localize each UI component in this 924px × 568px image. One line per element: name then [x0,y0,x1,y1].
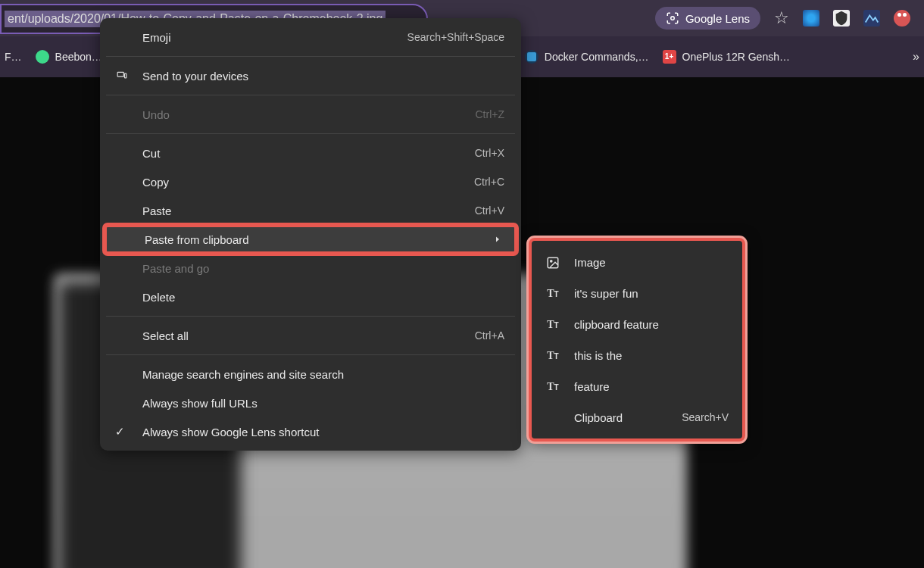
check-icon: ✓ [115,425,125,438]
menu-divider [106,95,515,95]
google-lens-button[interactable]: Google Lens [655,7,760,30]
bookmark-item[interactable]: 1+ OnePlus 12R Gensh… [663,50,790,64]
menu-undo: Undo Ctrl+Z [100,100,521,129]
menu-divider [106,56,515,57]
text-icon: TT [545,348,560,364]
menu-copy[interactable]: Copy Ctrl+C [100,167,521,196]
bookmark-item[interactable]: Docker Commands,… [525,50,649,64]
menu-divider [106,316,515,317]
bookmark-favicon: 1+ [663,50,676,64]
svg-point-4 [551,260,552,261]
image-icon [545,255,560,270]
menu-cut[interactable]: Cut Ctrl+X [100,139,521,167]
svg-point-0 [671,17,675,20]
clipboard-submenu: Image TT it's super fun TT clipboard fea… [529,238,745,442]
bookmarks-overflow-icon[interactable]: » [913,50,919,64]
extension-icon-2[interactable] [833,10,850,27]
extension-icon-4[interactable] [894,10,910,27]
menu-paste-from-clipboard[interactable]: Paste from clipboard [105,225,517,254]
extension-icon-3[interactable] [863,10,880,27]
clipboard-item-text[interactable]: TT it's super fun [532,278,742,309]
clipboard-item-text[interactable]: TT feature [532,371,742,402]
menu-divider [106,354,515,355]
text-icon: TT [545,379,560,395]
extension-icon-1[interactable] [803,10,819,27]
clipboard-footer[interactable]: Clipboard Search+V [532,402,742,432]
toolbar-right: Google Lens ☆ [655,7,924,30]
menu-show-full-urls[interactable]: Always show full URLs [100,389,521,417]
chevron-right-icon [493,233,502,246]
clipboard-item-text[interactable]: TT clipboard feature [532,309,742,340]
menu-show-lens-shortcut[interactable]: ✓ Always show Google Lens shortcut [100,417,521,446]
bookmark-star-icon[interactable]: ☆ [774,8,789,28]
menu-manage-search[interactable]: Manage search engines and site search [100,360,521,389]
lens-icon [666,11,679,25]
menu-paste-and-go: Paste and go [100,254,521,282]
menu-divider [106,133,515,134]
text-icon: TT [545,286,560,301]
clipboard-item-text[interactable]: TT this is the [532,340,742,371]
menu-emoji[interactable]: Emoji Search+Shift+Space [100,23,521,51]
bookmark-favicon [36,50,49,64]
lens-label: Google Lens [685,12,750,25]
text-icon: TT [545,317,560,332]
bookmark-item[interactable]: F… [5,51,22,63]
menu-send-devices[interactable]: Send to your devices [100,61,521,90]
svg-rect-2 [125,73,126,78]
context-menu: Emoji Search+Shift+Space Send to your de… [100,18,521,451]
menu-paste[interactable]: Paste Ctrl+V [100,196,521,225]
svg-rect-1 [117,72,123,76]
clipboard-item-image[interactable]: Image [532,247,742,278]
menu-select-all[interactable]: Select all Ctrl+A [100,321,521,350]
devices-icon [115,69,129,83]
bookmark-favicon [525,50,538,64]
menu-delete[interactable]: Delete [100,282,521,311]
bookmark-item[interactable]: Beebon… [36,50,102,64]
